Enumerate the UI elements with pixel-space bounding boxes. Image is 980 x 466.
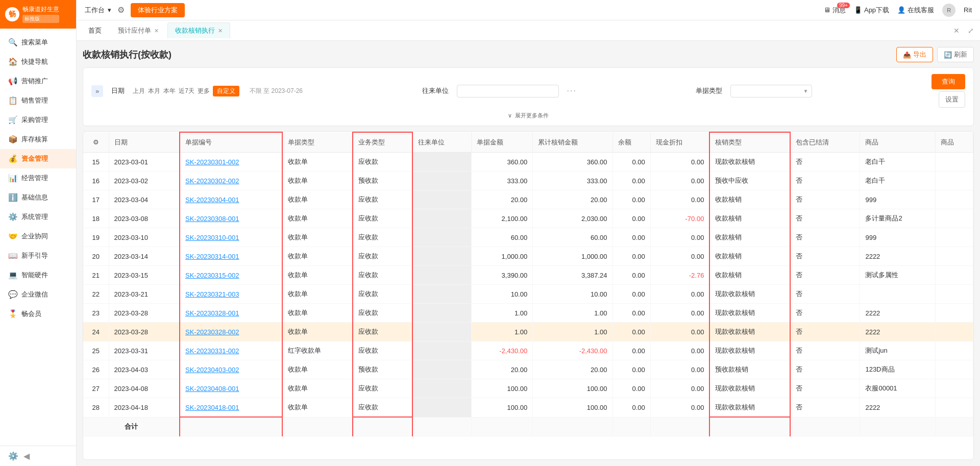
cell-voucher-no[interactable]: SK-20230418-001 — [180, 398, 282, 418]
tab-collection-close[interactable]: ✕ — [218, 28, 223, 34]
cell-verified: 1,000.00 — [533, 247, 612, 266]
cell-voucher-no[interactable]: SK-20230331-002 — [180, 341, 282, 360]
main-area: 工作台 ▾ ⚙ 体验行业方案 🖥 消息 99+ 📱 App下载 👤 在线客服 R… — [77, 0, 980, 466]
cell-voucher-no[interactable]: SK-20230308-001 — [180, 209, 282, 228]
cell-verified: 100.00 — [533, 379, 612, 398]
sidebar-item-guide[interactable]: 📖新手引导 — [0, 246, 76, 265]
cell-verified: 1.00 — [533, 323, 612, 341]
cell-include-clear: 否 — [790, 228, 860, 247]
workspace-selector[interactable]: 工作台 ▾ — [85, 6, 111, 15]
username-label[interactable]: Rit — [964, 6, 972, 14]
system-icon: ⚙️ — [8, 212, 17, 222]
filter-settings-button[interactable]: 设置 — [939, 91, 965, 108]
wechat-icon: 💬 — [8, 290, 17, 299]
search-icon: 🔍 — [8, 38, 17, 47]
collapse-icon[interactable]: ◀ — [23, 451, 30, 461]
sidebar-item-system[interactable]: ⚙️系统管理 — [0, 207, 76, 227]
cell-voucher-no[interactable]: SK-20230314-001 — [180, 247, 282, 266]
cell-verify-type: 现款收款核销 — [709, 341, 790, 360]
online-service-button[interactable]: 👤 在线客服 — [897, 6, 934, 15]
cell-balance: 0.00 — [612, 379, 650, 398]
message-icon: 🖥 — [824, 6, 830, 14]
refresh-button[interactable]: 🔄 刷新 — [937, 47, 974, 62]
partner-input[interactable] — [457, 85, 559, 97]
sidebar-item-operations[interactable]: 📊经营管理 — [0, 168, 76, 188]
operations-icon: 📊 — [8, 174, 17, 183]
tab-collection[interactable]: 收款核销执行 ✕ — [167, 22, 230, 38]
custom-date-button[interactable]: 自定义 — [213, 86, 239, 96]
tab-home[interactable]: 首页 — [81, 22, 109, 38]
tab-home-label: 首页 — [88, 26, 102, 35]
top-header: 工作台 ▾ ⚙ 体验行业方案 🖥 消息 99+ 📱 App下载 👤 在线客服 R… — [77, 0, 980, 20]
app-download-button[interactable]: 📱 App下载 — [854, 6, 889, 15]
cell-cash-discount: 0.00 — [650, 285, 709, 304]
app-icon: 📱 — [854, 6, 862, 14]
cell-voucher-no[interactable]: SK-20230304-001 — [180, 190, 282, 209]
cell-voucher-no[interactable]: SK-20230328-002 — [180, 323, 282, 341]
tab-pre-payment-close[interactable]: ✕ — [154, 28, 159, 34]
cell-voucher-no[interactable]: SK-20230403-002 — [180, 360, 282, 379]
last-month-link[interactable]: 上月 — [133, 87, 145, 95]
sidebar-item-hardware[interactable]: 💻智能硬件 — [0, 265, 76, 285]
cell-amount: 100.00 — [472, 379, 533, 398]
export-button[interactable]: 📤 导出 — [896, 47, 933, 62]
sidebar-item-quick-nav[interactable]: 🏠快捷导航 — [0, 52, 76, 71]
this-year-link[interactable]: 本年 — [163, 87, 176, 95]
cell-goods2 — [935, 360, 973, 379]
cell-amount: 10.00 — [472, 285, 533, 304]
cell-partner — [412, 171, 472, 190]
cell-partner — [412, 285, 472, 304]
expand-more-row[interactable]: ∨ 展开更多条件 — [91, 112, 965, 119]
total-include-clear — [790, 417, 860, 436]
cell-goods2 — [935, 341, 973, 360]
expand-more-icon: ∨ — [508, 112, 512, 119]
cell-voucher-no[interactable]: SK-20230310-001 — [180, 228, 282, 247]
cell-voucher-no[interactable]: SK-20230328-001 — [180, 304, 282, 323]
cell-goods2 — [935, 285, 973, 304]
cell-voucher-no[interactable]: SK-20230408-001 — [180, 379, 282, 398]
table-row: 26 2023-04-03 SK-20230403-002 收款单 预收款 20… — [83, 360, 973, 379]
tab-close-all-icon[interactable]: ✕ — [951, 24, 962, 37]
date-shortcuts: 上月 本月 本年 近7天 更多 自定义 — [133, 86, 239, 96]
sidebar-item-search[interactable]: 🔍搜索菜单 — [0, 33, 76, 52]
cell-goods: 测试jun — [860, 341, 935, 360]
more-link[interactable]: 更多 — [198, 87, 210, 95]
recent7-link[interactable]: 近7天 — [179, 87, 194, 95]
solution-button[interactable]: 体验行业方案 — [131, 3, 185, 17]
cell-biz-type: 预收款 — [353, 360, 412, 379]
cell-voucher-no[interactable]: SK-20230315-002 — [180, 266, 282, 285]
cell-amount: 3,390.00 — [472, 266, 533, 285]
cell-voucher-no[interactable]: SK-20230301-002 — [180, 153, 282, 171]
header-gear-icon[interactable]: ⚙ — [117, 5, 125, 15]
tab-pre-payment[interactable]: 预计应付单 ✕ — [110, 22, 166, 38]
sidebar-item-basic[interactable]: ℹ️基础信息 — [0, 188, 76, 207]
col-verify-type: 核销类型 — [709, 132, 790, 153]
cell-voucher-no[interactable]: SK-20230321-003 — [180, 285, 282, 304]
sidebar-item-sales[interactable]: 📋销售管理 — [0, 91, 76, 110]
sidebar-item-marketing[interactable]: 📢营销推广 — [0, 71, 76, 91]
cell-goods2 — [935, 153, 973, 171]
cell-goods: 999 — [860, 228, 935, 247]
cell-balance: 0.00 — [612, 341, 650, 360]
quick-nav-icon: 🏠 — [8, 57, 17, 66]
cell-biz-type: 应收款 — [353, 323, 412, 341]
sidebar-item-finance[interactable]: 💰资金管理 — [0, 149, 76, 168]
sidebar-item-wechat[interactable]: 💬企业微信 — [0, 285, 76, 304]
this-month-link[interactable]: 本月 — [148, 87, 160, 95]
filter-expand-button[interactable]: » — [91, 85, 103, 97]
messages-button[interactable]: 🖥 消息 99+ — [824, 6, 846, 15]
sidebar-item-enterprise[interactable]: 🤝企业协同 — [0, 227, 76, 246]
tab-expand-icon[interactable]: ⤢ — [966, 24, 976, 37]
sidebar-item-purchase[interactable]: 🛒采购管理 — [0, 110, 76, 130]
cell-voucher-no[interactable]: SK-20230302-002 — [180, 171, 282, 190]
cell-cash-discount: 0.00 — [650, 323, 709, 341]
sidebar-item-inventory[interactable]: 📦库存核算 — [0, 130, 76, 149]
sidebar-item-label: 系统管理 — [21, 212, 48, 222]
voucher-type-select[interactable] — [730, 85, 812, 97]
sidebar-item-member[interactable]: 🎖️畅会员 — [0, 304, 76, 324]
settings-icon[interactable]: ⚙️ — [8, 451, 18, 461]
cell-verified: 2,030.00 — [533, 209, 612, 228]
query-button[interactable]: 查询 — [932, 74, 965, 89]
col-goods2: 商品 — [935, 132, 973, 153]
cell-date: 2023-03-15 — [109, 266, 180, 285]
